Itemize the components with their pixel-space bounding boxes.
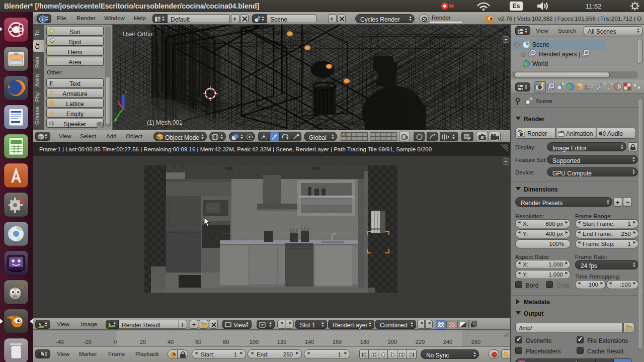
svg-text:♫: ♫ <box>532 51 535 55</box>
svg-text:(1) Mesh.001: (1) Mesh.001 <box>147 119 183 126</box>
svg-text:Scene: Scene <box>532 41 549 48</box>
svg-text:z: z <box>125 90 127 95</box>
svg-text:i: i <box>42 17 44 22</box>
svg-text:|: | <box>579 51 580 58</box>
svg-text:World: World <box>532 60 548 67</box>
svg-text:RenderLayers: RenderLayers <box>539 51 577 58</box>
